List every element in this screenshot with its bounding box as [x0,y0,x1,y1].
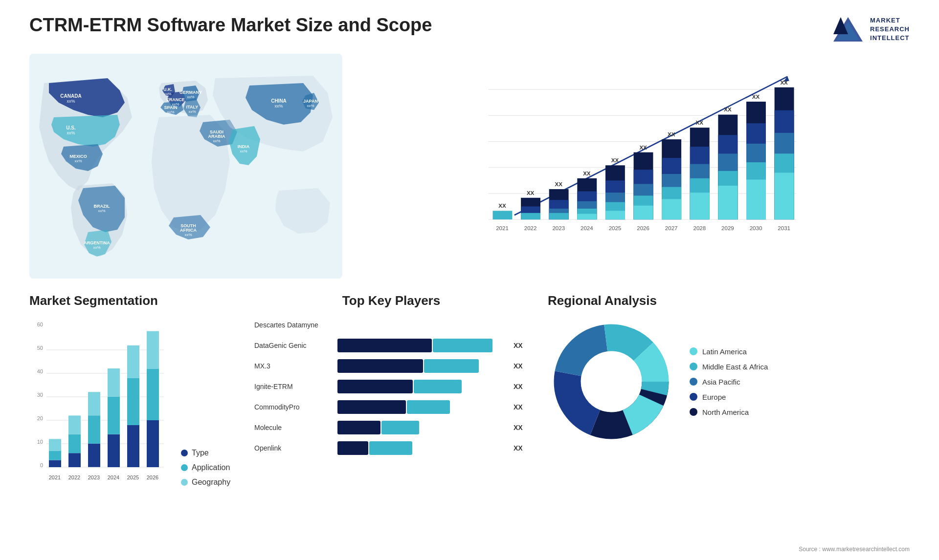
svg-rect-143 [127,425,139,467]
legend-geography-dot [181,479,188,486]
svg-text:2024: 2024 [108,474,119,480]
segmentation-legend: Type Application Geography [181,449,230,487]
player-bar-seg-light [407,400,450,414]
svg-text:xx%: xx% [187,95,194,99]
legend-type-dot [181,450,188,456]
player-row-mx3: MX.3 XX [254,359,528,373]
svg-text:GERMANY: GERMANY [179,90,202,95]
player-name-mx3: MX.3 [254,362,333,370]
player-name-descartes: Descartes Datamyne [254,321,333,329]
svg-text:U.K.: U.K. [163,87,172,92]
svg-text:CHINA: CHINA [271,98,287,104]
svg-text:U.S.: U.S. [66,125,76,130]
svg-rect-147 [147,420,159,467]
svg-rect-104 [746,180,766,220]
reg-dot-europe [690,393,697,401]
svg-text:xx%: xx% [184,233,192,237]
reg-legend-north-america: North America [690,408,768,416]
bottom-section: Market Segmentation 0 10 20 30 40 50 60 [29,293,910,533]
world-map-container: CANADA xx% U.S. xx% MEXICO xx% BRAZIL xx… [29,54,342,279]
key-players-section: Top Key Players Descartes Datamyne DataG… [254,293,528,533]
svg-text:xx%: xx% [98,209,105,213]
svg-text:2023: 2023 [88,474,100,480]
top-section: CANADA xx% U.S. xx% MEXICO xx% BRAZIL xx… [29,54,910,279]
svg-rect-129 [49,439,61,451]
player-bar-seg-dark [337,400,406,414]
svg-text:2022: 2022 [68,474,80,480]
svg-text:XX: XX [752,94,760,100]
regional-title: Regional Analysis [548,293,910,308]
segmentation-title: Market Segmentation [29,293,235,308]
world-map-svg: CANADA xx% U.S. xx% MEXICO xx% BRAZIL xx… [29,54,342,279]
svg-text:xx%: xx% [167,110,174,114]
player-xx-datagenic: XX [514,342,528,349]
svg-text:0: 0 [40,462,43,468]
svg-rect-148 [147,368,159,420]
svg-text:2021: 2021 [496,225,509,231]
svg-text:40: 40 [37,368,43,374]
reg-dot-north-america [690,408,697,416]
svg-text:xx%: xx% [274,104,283,108]
svg-rect-140 [108,397,120,434]
player-name-datagenic: DataGenic Genic [254,342,333,349]
segmentation-svg: 0 10 20 30 40 50 60 [29,316,166,487]
player-bar-seg-light [424,359,479,373]
svg-text:XX: XX [583,171,591,176]
svg-rect-97 [718,186,738,219]
svg-text:xx%: xx% [164,92,171,96]
svg-text:2028: 2028 [693,225,706,231]
player-name-ignite: Ignite-ETRM [254,383,333,390]
legend-type: Type [181,449,230,457]
player-bar-datagenic [337,339,509,352]
player-bar-seg-dark [337,380,413,393]
svg-rect-141 [108,368,120,397]
svg-text:XX: XX [780,80,788,86]
reg-dot-latin [690,347,697,355]
svg-rect-128 [49,451,61,460]
svg-rect-49 [521,213,540,219]
svg-text:xx%: xx% [67,99,75,104]
bar-chart-container: XX 2021 XX 2022 XX 2023 [362,54,910,279]
svg-text:AFRICA: AFRICA [180,228,197,233]
regional-legend: Latin America Middle East & Africa Asia … [690,347,768,416]
svg-text:SPAIN: SPAIN [164,105,178,110]
logo-icon [831,15,865,44]
svg-text:2026: 2026 [147,474,158,480]
legend-application-dot [181,464,188,471]
svg-text:2024: 2024 [581,225,593,231]
player-bar-seg-dark [337,339,432,352]
key-players-title: Top Key Players [254,293,528,308]
svg-rect-144 [127,378,139,425]
player-bar-seg-dark [337,359,423,373]
reg-legend-europe: Europe [690,393,768,401]
svg-text:ITALY: ITALY [186,105,199,109]
svg-text:BRAZIL: BRAZIL [94,204,110,209]
svg-text:xx%: xx% [74,159,82,163]
svg-text:2025: 2025 [609,225,622,231]
donut-chart [548,318,675,445]
svg-text:XX: XX [696,120,704,126]
svg-text:2026: 2026 [637,225,649,231]
svg-rect-137 [88,392,100,415]
svg-text:30: 30 [37,392,43,398]
player-bar-openlink [337,441,509,455]
svg-rect-69 [605,211,625,219]
svg-text:XX: XX [527,190,535,196]
svg-rect-90 [690,193,710,219]
svg-text:INDIA: INDIA [238,144,250,149]
player-row-descartes: Descartes Datamyne [254,318,528,332]
reg-dot-mea [690,363,697,370]
svg-text:2021: 2021 [49,474,61,480]
player-xx-openlink: XX [514,444,528,452]
svg-rect-145 [127,345,139,378]
player-bar-molecule [337,421,509,434]
svg-text:XX: XX [611,157,619,163]
svg-rect-136 [88,415,100,444]
svg-text:xx%: xx% [188,109,196,114]
player-bar-descartes [337,318,509,332]
player-xx-molecule: XX [514,424,528,431]
svg-text:xx%: xx% [93,245,100,250]
player-bar-seg-light [414,380,462,393]
svg-text:JAPAN: JAPAN [303,99,318,104]
svg-rect-62 [577,214,597,220]
